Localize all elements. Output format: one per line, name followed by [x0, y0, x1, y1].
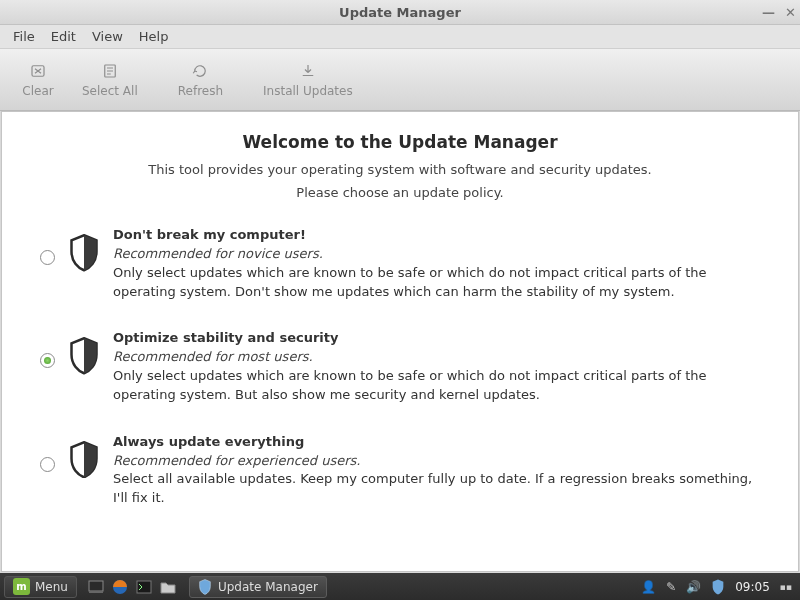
shield-icon [69, 234, 99, 272]
user-icon[interactable]: 👤 [641, 580, 656, 594]
taskbar: m Menu Update Manager 👤 ✎ 🔊 09:05 ▪▪ [0, 573, 800, 600]
policy-reco: Recommended for most users. [113, 348, 760, 367]
policy-title: Don't break my computer! [113, 226, 760, 245]
install-updates-button[interactable]: Install Updates [249, 58, 367, 102]
policy-desc: Select all available updates. Keep my co… [113, 471, 752, 505]
policy-text: Don't break my computer! Recommended for… [113, 226, 760, 301]
policy-option-experienced[interactable]: Always update everything Recommended for… [40, 433, 760, 508]
policy-reco: Recommended for novice users. [113, 245, 760, 264]
refresh-label: Refresh [178, 84, 223, 98]
shield-icon [69, 337, 99, 375]
titlebar: Update Manager — ✕ [0, 0, 800, 25]
welcome-subtitle-1: This tool provides your operating system… [40, 162, 760, 177]
select-all-button[interactable]: Select All [68, 58, 152, 102]
refresh-button[interactable]: Refresh [164, 58, 237, 102]
firefox-icon[interactable] [109, 576, 131, 598]
install-label: Install Updates [263, 84, 353, 98]
menu-help[interactable]: Help [132, 27, 176, 46]
select-all-label: Select All [82, 84, 138, 98]
policy-list: Don't break my computer! Recommended for… [40, 226, 760, 508]
taskbar-app-update-manager[interactable]: Update Manager [189, 576, 327, 598]
install-icon [299, 62, 317, 80]
menu-view[interactable]: View [85, 27, 130, 46]
menu-file[interactable]: File [6, 27, 42, 46]
welcome-heading: Welcome to the Update Manager [40, 132, 760, 152]
taskbar-app-label: Update Manager [218, 580, 318, 594]
policy-option-novice[interactable]: Don't break my computer! Recommended for… [40, 226, 760, 301]
close-button[interactable]: ✕ [785, 5, 796, 20]
quick-launch [85, 576, 179, 598]
policy-desc: Only select updates which are known to b… [113, 265, 707, 299]
policy-text: Always update everything Recommended for… [113, 433, 760, 508]
mint-logo-icon: m [13, 578, 30, 595]
policy-desc: Only select updates which are known to b… [113, 368, 707, 402]
clear-label: Clear [22, 84, 53, 98]
svg-rect-5 [137, 581, 151, 593]
terminal-icon[interactable] [133, 576, 155, 598]
content-area: Welcome to the Update Manager This tool … [1, 111, 799, 572]
policy-title: Always update everything [113, 433, 760, 452]
refresh-icon [191, 62, 209, 80]
radio-balanced[interactable] [40, 353, 55, 368]
radio-experienced[interactable] [40, 457, 55, 472]
volume-icon[interactable]: 🔊 [686, 580, 701, 594]
clock[interactable]: 09:05 [735, 580, 770, 594]
system-tray: 👤 ✎ 🔊 09:05 ▪▪ [641, 579, 796, 595]
start-menu-button[interactable]: m Menu [4, 576, 77, 598]
files-icon[interactable] [157, 576, 179, 598]
shield-icon [69, 441, 99, 479]
policy-reco: Recommended for experienced users. [113, 452, 760, 471]
radio-novice[interactable] [40, 250, 55, 265]
menubar: File Edit View Help [0, 25, 800, 49]
shield-icon-small [198, 579, 212, 595]
policy-text: Optimize stability and security Recommen… [113, 329, 760, 404]
clear-button[interactable]: Clear [8, 58, 68, 102]
welcome-subtitle-2: Please choose an update policy. [40, 185, 760, 200]
policy-option-balanced[interactable]: Optimize stability and security Recommen… [40, 329, 760, 404]
menu-edit[interactable]: Edit [44, 27, 83, 46]
window-controls: — ✕ [762, 0, 796, 24]
tray-menu-icon[interactable]: ▪▪ [780, 582, 792, 592]
menu-label: Menu [35, 580, 68, 594]
network-icon[interactable]: ✎ [666, 580, 676, 594]
window-title: Update Manager [339, 5, 461, 20]
select-all-icon [101, 62, 119, 80]
app-window: Update Manager — ✕ File Edit View Help C… [0, 0, 800, 573]
toolbar: Clear Select All Refresh Install Updates [0, 49, 800, 111]
show-desktop-icon[interactable] [85, 576, 107, 598]
svg-rect-3 [89, 591, 103, 593]
svg-rect-2 [89, 581, 103, 591]
clear-icon [29, 62, 47, 80]
policy-title: Optimize stability and security [113, 329, 760, 348]
minimize-button[interactable]: — [762, 5, 775, 20]
update-shield-tray-icon[interactable] [711, 579, 725, 595]
